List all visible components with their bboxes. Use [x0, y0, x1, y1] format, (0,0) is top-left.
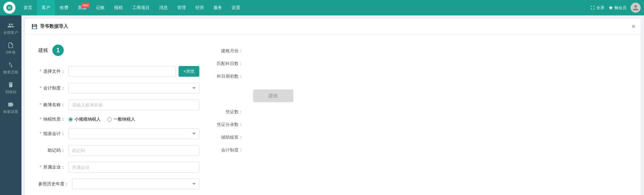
file-label: * 选择文件：: [38, 68, 65, 74]
nav-home[interactable]: 首页: [19, 0, 37, 15]
nav-invoice[interactable]: 票据 new: [73, 0, 91, 15]
company-label: * 所属企业：: [38, 164, 65, 170]
sidebar-item-tag-settings[interactable]: 标签设置: [0, 98, 21, 118]
subject-init-row: 科目期初数：: [213, 73, 334, 79]
nav-business[interactable]: 工商项目: [128, 0, 154, 15]
voucher-label: 凭证数：: [213, 109, 243, 115]
general-taxpayer-radio[interactable]: 一般纳税人: [107, 116, 135, 122]
form-right: 建账月份： 匹配科目数： 科目期初数： 建账: [213, 45, 334, 195]
build-month-row: 建账月份：: [213, 48, 334, 54]
match-subjects-label: 匹配科目数：: [213, 61, 243, 67]
small-taxpayer-radio[interactable]: 小规模纳税人: [68, 116, 101, 122]
step-circle: 1: [52, 45, 64, 56]
nav-customer[interactable]: 客户: [37, 0, 55, 15]
file-input[interactable]: [68, 66, 176, 77]
voucher-records-label: 凭证分录数：: [213, 122, 243, 128]
company-row: * 所属企业：: [38, 162, 199, 173]
aux-accounting-label: 辅助核算：: [213, 134, 243, 140]
form-container: 建账 1 * 选择文件： +浏览: [38, 45, 627, 195]
fullscreen-button[interactable]: 全屏: [590, 5, 604, 11]
build-month-label: 建账月份：: [213, 48, 243, 54]
assistant-code-label: 助记码：: [38, 147, 65, 153]
main-content: 💾 导爷数据导入 × 建账 1: [21, 15, 644, 195]
accounting-system-select[interactable]: [68, 83, 199, 93]
nav-manage[interactable]: 管理: [172, 0, 191, 15]
accountant-select[interactable]: [68, 128, 199, 139]
nav-items: 首页 客户 收费 票据 new 记账 报税 工商项目 消息 管理 经营 服务 设…: [19, 0, 590, 15]
tax-radio-group: 小规模纳税人 一般纳税人: [68, 116, 199, 122]
panel-body: 建账 1 * 选择文件： +浏览: [25, 35, 641, 195]
right-accounting-system-label: 会计制度：: [213, 147, 243, 153]
membership-button[interactable]: 畅会员: [608, 5, 627, 11]
ledger-name-label: * 账簿名称：: [38, 102, 65, 108]
accountant-label: * 指派会计：: [38, 131, 65, 137]
accounting-system-row: * 会计制度：: [38, 83, 199, 93]
step-indicator: 建账 1: [38, 45, 199, 56]
tax-type-label: * 纳税性质：: [38, 116, 65, 122]
close-button[interactable]: ×: [632, 23, 635, 29]
nav-message[interactable]: 消息: [154, 0, 172, 15]
file-row: * 选择文件： +浏览: [38, 66, 199, 77]
history-year-label: 参照历史年度：: [38, 181, 69, 187]
top-navigation: 首页 客户 收费 票据 new 记账 报税 工商项目 消息 管理 经营 服务 设…: [0, 0, 644, 15]
nav-bookkeeping[interactable]: 记账: [91, 0, 109, 15]
nav-billing[interactable]: 收费: [55, 0, 73, 15]
panel-header: 💾 导爷数据导入 ×: [25, 19, 641, 35]
history-year-select[interactable]: [72, 179, 199, 189]
voucher-records-row: 凭证分录数：: [213, 122, 334, 128]
voucher-row: 凭证数：: [213, 109, 334, 115]
assistant-code-input[interactable]: [68, 145, 199, 156]
new-badge: new: [81, 3, 90, 8]
app-logo: [3, 2, 15, 14]
sidebar-item-account-transfer[interactable]: 账套迁移: [0, 58, 21, 78]
form-left: 建账 1 * 选择文件： +浏览: [38, 45, 199, 195]
sidebar: 全部客户 0申报 账套迁移 回收站 标签设置: [0, 15, 21, 195]
file-input-group: +浏览: [68, 66, 199, 77]
nav-right: 全屏 畅会员: [590, 3, 641, 13]
build-btn-area: 建账: [213, 89, 334, 102]
sidebar-item-all-customers[interactable]: 全部客户: [0, 19, 21, 39]
tax-type-row: * 纳税性质： 小规模纳税人 一般纳税人: [38, 116, 199, 122]
accounting-system-label: * 会计制度：: [38, 85, 65, 91]
import-icon: 💾: [32, 24, 37, 29]
accountant-row: * 指派会计：: [38, 128, 199, 139]
aux-accounting-row: 辅助核算：: [213, 134, 334, 140]
assistant-code-row: 助记码：: [38, 145, 199, 156]
match-subjects-row: 匹配科目数：: [213, 61, 334, 67]
user-avatar[interactable]: [631, 3, 641, 13]
nav-operation[interactable]: 经营: [191, 0, 209, 15]
step-label: 建账: [38, 47, 48, 54]
main-layout: 全部客户 0申报 账套迁移 回收站 标签设置 💾 导爷数据导入 ×: [0, 15, 644, 195]
subject-init-label: 科目期初数：: [213, 73, 243, 79]
main-panel: 💾 导爷数据导入 × 建账 1: [25, 19, 641, 195]
sidebar-item-recycle[interactable]: 回收站: [0, 78, 21, 98]
right-accounting-system-row: 会计制度：: [213, 147, 334, 153]
ledger-name-input[interactable]: [68, 100, 199, 110]
nav-service[interactable]: 服务: [209, 0, 227, 15]
sidebar-item-zero-report[interactable]: 0申报: [0, 39, 21, 58]
nav-settings[interactable]: 设置: [227, 0, 245, 15]
ledger-name-row: * 账簿名称：: [38, 100, 199, 110]
history-year-row: 参照历史年度：: [38, 179, 199, 189]
browse-button[interactable]: +浏览: [179, 66, 199, 77]
company-input[interactable]: [68, 162, 199, 173]
build-account-button[interactable]: 建账: [253, 89, 293, 102]
nav-tax[interactable]: 报税: [109, 0, 128, 15]
panel-title: 导爷数据导入: [40, 23, 68, 29]
